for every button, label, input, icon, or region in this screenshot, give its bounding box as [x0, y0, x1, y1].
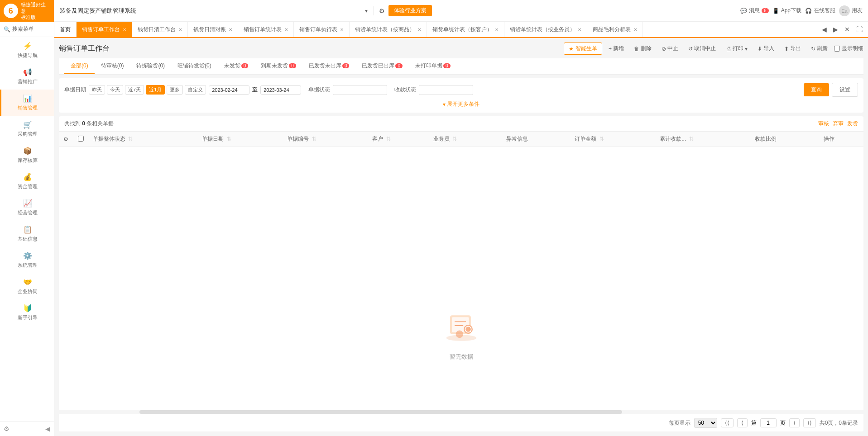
sidebar-item-marketing[interactable]: 📢 营销推广 [0, 63, 54, 90]
sub-tab-pending-check[interactable]: 待拣验货(0) [130, 58, 171, 74]
sort-date-icon[interactable]: ⇅ [227, 136, 231, 142]
sort-staff-icon[interactable]: ⇅ [452, 136, 457, 142]
page-last-btn[interactable]: ⟩⟩ [803, 418, 816, 427]
sidebar-item-operations[interactable]: 📈 经营管理 [0, 194, 54, 221]
tab-cash-daily[interactable]: 钱货日清工作台 ✕ [132, 22, 188, 38]
tab-close-goods-stat-client[interactable]: ✕ [495, 27, 499, 32]
date-yesterday-btn[interactable]: 昨天 [89, 85, 105, 95]
tab-expand-icon[interactable]: ⛶ [854, 25, 865, 34]
sidebar-item-guide[interactable]: 🔰 新手引导 [0, 299, 54, 326]
settings-icon[interactable]: ⚙ [4, 425, 10, 432]
date-1month-btn[interactable]: 近1月 [146, 85, 165, 95]
sub-tab-unshipped[interactable]: 未发货0 [218, 58, 255, 74]
import-button[interactable]: ⬇ 导入 [754, 43, 778, 54]
page-prev-btn[interactable]: ⟨ [737, 418, 748, 427]
scrollbar-thumb[interactable] [139, 410, 622, 414]
cancel-stop-button[interactable]: ↺ 取消中止 [685, 43, 719, 54]
tab-close-goods-margin[interactable]: ✕ [633, 27, 637, 32]
tab-close-sales-order[interactable]: ✕ [123, 27, 126, 32]
date-to-input[interactable] [260, 85, 301, 95]
sort-status-icon[interactable]: ⇅ [128, 136, 133, 142]
system-dropdown[interactable]: ▾ [365, 8, 368, 14]
sidebar-item-cooperation[interactable]: 🤝 企业协同 [0, 273, 54, 299]
tab-cash-reconcile[interactable]: 钱货日清对账 ✕ [188, 22, 238, 38]
sidebar-item-basic-info[interactable]: 📋 基础信息 [0, 221, 54, 247]
sort-client-icon[interactable]: ⇅ [386, 136, 391, 142]
page-input[interactable] [760, 418, 777, 427]
add-button[interactable]: + 新增 [605, 43, 628, 54]
review-action-btn[interactable]: 审核 [818, 120, 829, 128]
sidebar-item-purchase[interactable]: 🛒 采购管理 [0, 116, 54, 142]
status-select[interactable] [333, 85, 387, 95]
data-table: ⚙ 单据整体状态 ⇅ 单据日期 ⇅ [59, 132, 863, 147]
sidebar-item-quick-nav[interactable]: ⚡ 快捷导航 [0, 37, 54, 63]
tab-prev-icon[interactable]: ◀ [819, 25, 830, 34]
payment-select[interactable] [419, 85, 473, 95]
tab-close-sales-stat[interactable]: ✕ [284, 27, 288, 32]
sort-received-icon[interactable]: ⇅ [689, 136, 694, 142]
sidebar-item-finance[interactable]: 💰 资金管理 [0, 168, 54, 194]
tab-close-sales-exec[interactable]: ✕ [340, 27, 344, 32]
smart-create-button[interactable]: ★ 智能生单 [564, 43, 602, 55]
export-button[interactable]: ⬆ 导出 [781, 43, 805, 54]
sub-tab-shipped-warehoused[interactable]: 已发货已出库0 [355, 58, 409, 74]
tab-goods-stat-client[interactable]: 销货单统计表（按客户） ✕ [427, 22, 504, 38]
empty-text: 暂无数据 [450, 353, 473, 361]
industry-solution-button[interactable]: 体验行业方案 [388, 5, 432, 16]
tab-home[interactable]: 首页 [54, 22, 77, 38]
tab-close-goods-stat-staff[interactable]: ✕ [578, 27, 581, 32]
show-detail-checkbox[interactable]: 显示明细 [834, 45, 863, 52]
date-today-btn[interactable]: 今天 [107, 85, 123, 95]
config-icon[interactable]: ⚙ [63, 136, 68, 142]
tab-sales-exec[interactable]: 销售订单执行表 ✕ [294, 22, 350, 38]
message-button[interactable]: 💬 消息 6 [740, 7, 769, 14]
user-menu[interactable]: Ea 用友 [839, 5, 863, 16]
sub-tab-shipped-unwarehouse[interactable]: 已发货未出库0 [302, 58, 356, 74]
horizontal-scrollbar[interactable] [59, 410, 863, 414]
sub-tab-all[interactable]: 全部(0) [64, 58, 95, 74]
expand-more-button[interactable]: ▾ 展开更多条件 [443, 100, 480, 108]
sort-number-icon[interactable]: ⇅ [312, 136, 317, 142]
query-button[interactable]: 查询 [804, 83, 829, 96]
tab-goods-stat-staff[interactable]: 销货单统计表（按业务员） ✕ [504, 22, 587, 38]
reject-action-btn[interactable]: 弃审 [833, 120, 844, 128]
sub-tab-expired-unshipped[interactable]: 到期未发货0 [254, 58, 302, 74]
tab-close-goods-stat-product[interactable]: ✕ [417, 27, 421, 32]
tab-close-cash-daily[interactable]: ✕ [178, 27, 182, 32]
date-custom-btn[interactable]: 自定义 [185, 85, 206, 95]
tab-close-cash-reconcile[interactable]: ✕ [229, 27, 232, 32]
tab-next-icon[interactable]: ▶ [830, 25, 841, 34]
date-more-btn[interactable]: 更多 [167, 85, 183, 95]
tab-sales-stat[interactable]: 销售订单统计表 ✕ [238, 22, 294, 38]
select-all-checkbox[interactable] [78, 136, 84, 142]
tab-sales-order[interactable]: 销售订单工作台 ✕ [77, 22, 132, 38]
sidebar-item-system[interactable]: ⚙️ 系统管理 [0, 247, 54, 273]
date-from-input[interactable] [209, 85, 249, 95]
stop-button[interactable]: ⊘ 中止 [658, 43, 682, 54]
page-first-btn[interactable]: ⟨⟨ [721, 418, 734, 427]
date-7days-btn[interactable]: 近7天 [125, 85, 144, 95]
settings-gear-icon[interactable]: ⚙ [379, 7, 385, 14]
tab-close-all-icon[interactable]: ✕ [842, 25, 853, 34]
filter-settings-button[interactable]: 设置 [832, 83, 858, 97]
tab-goods-margin[interactable]: 商品毛利分析表 ✕ [587, 22, 643, 38]
sub-tab-unprinted[interactable]: 未打印单据0 [409, 58, 457, 74]
collapse-icon[interactable]: ◀ [45, 425, 50, 432]
print-button[interactable]: 🖨 打印 ▾ [722, 43, 751, 54]
app-download-button[interactable]: 📱 App下载 [772, 7, 801, 14]
sidebar-item-inventory[interactable]: 📦 库存核算 [0, 142, 54, 168]
sub-tab-wangpu[interactable]: 旺铺待发货(0) [171, 58, 218, 74]
sidebar-item-sales[interactable]: 📊 销售管理 [0, 90, 54, 116]
sort-amount-icon[interactable]: ⇅ [599, 136, 604, 142]
tab-goods-stat-product[interactable]: 销货单统计表（按商品） ✕ [350, 22, 427, 38]
sub-tab-pending-review[interactable]: 待审核(0) [95, 58, 130, 74]
ship-action-btn[interactable]: 发货 [847, 120, 858, 128]
delete-button[interactable]: 🗑 删除 [630, 43, 655, 54]
export-icon: ⬆ [784, 46, 789, 52]
show-detail-input[interactable] [834, 46, 840, 52]
refresh-button[interactable]: ↻ 刷新 [807, 43, 831, 54]
per-page-select[interactable]: 50 100 200 [694, 418, 717, 428]
online-service-button[interactable]: 🎧 在线客服 [805, 7, 835, 14]
search-menu[interactable]: 🔍 搜索菜单 [0, 22, 54, 37]
page-next-btn[interactable]: ⟩ [789, 418, 800, 427]
